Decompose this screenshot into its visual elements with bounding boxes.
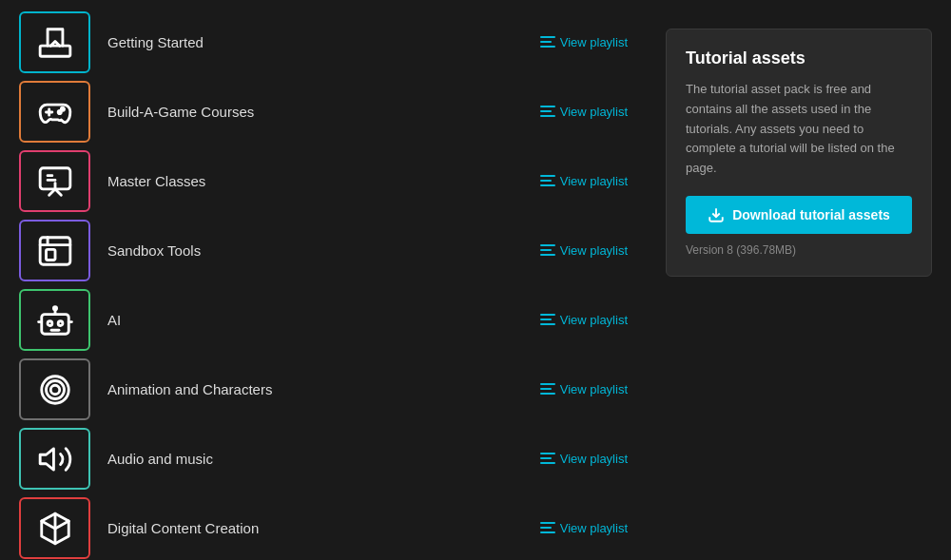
svg-rect-33 [540,457,552,459]
svg-rect-17 [540,254,555,256]
svg-rect-12 [540,184,555,186]
svg-rect-11 [540,180,552,182]
version-text: Version 8 (396.78MB) [686,243,912,257]
view-playlist-build-a-game[interactable]: View playlist [540,105,628,119]
playlist-icon [540,383,555,396]
svg-rect-29 [540,388,552,390]
svg-rect-37 [540,531,555,533]
playlist-icon [540,522,555,535]
course-item-animation-characters[interactable]: Animation and Characters View playlist [0,355,647,424]
svg-rect-36 [540,527,552,529]
tutorial-assets-title: Tutorial assets [686,48,912,68]
svg-rect-1 [540,36,555,38]
playlist-icon [540,106,555,119]
view-playlist-master-classes[interactable]: View playlist [540,174,628,188]
course-name-getting-started: Getting Started [107,34,540,50]
download-button[interactable]: Download tutorial assets [686,196,912,234]
download-icon [708,206,725,223]
view-playlist-audio-music[interactable]: View playlist [540,452,628,466]
course-item-audio-music[interactable]: Audio and music View playlist [0,424,647,493]
svg-point-27 [50,385,60,395]
course-name-master-classes: Master Classes [107,173,540,189]
svg-point-19 [48,320,52,325]
tutorial-assets-card: Tutorial assets The tutorial asset pack … [666,29,932,277]
playlist-icon [540,314,555,327]
svg-rect-16 [540,249,552,251]
svg-rect-8 [540,115,555,117]
svg-point-20 [58,320,63,325]
view-playlist-sandbox-tools[interactable]: View playlist [540,243,628,258]
svg-rect-7 [540,110,552,112]
svg-rect-15 [540,244,555,246]
course-icon-master-classes [19,150,90,212]
course-name-ai: AI [107,312,540,328]
course-icon-getting-started [19,11,90,73]
svg-rect-2 [540,41,552,43]
svg-point-5 [61,107,64,110]
tutorial-assets-description: The tutorial asset pack is free and cont… [686,80,912,179]
svg-point-21 [53,306,56,309]
course-item-sandbox-tools[interactable]: Sandbox Tools View playlist [0,216,647,285]
svg-rect-35 [540,522,555,524]
svg-rect-23 [540,319,552,320]
playlist-icon [540,175,555,188]
course-icon-ai [19,289,90,351]
svg-rect-32 [540,453,555,454]
view-playlist-digital-content[interactable]: View playlist [540,521,628,535]
course-item-digital-content[interactable]: Digital Content Creation View playlist [0,493,647,560]
svg-rect-28 [540,383,555,385]
view-playlist-ai[interactable]: View playlist [540,313,628,327]
svg-rect-0 [40,46,70,56]
course-name-digital-content: Digital Content Creation [107,520,540,536]
right-panel: Tutorial assets The tutorial asset pack … [647,0,951,560]
svg-rect-34 [540,462,555,464]
course-item-getting-started[interactable]: Getting Started View playlist [0,8,647,77]
playlist-icon [540,453,555,466]
course-icon-audio-music [19,428,90,490]
course-icon-sandbox-tools [19,220,90,281]
view-playlist-getting-started[interactable]: View playlist [540,35,628,49]
course-list: Getting Started View playlist Build-A-Ga… [0,0,647,560]
course-name-audio-music: Audio and music [107,451,540,467]
svg-rect-3 [540,46,555,48]
svg-rect-22 [540,314,555,316]
course-item-build-a-game[interactable]: Build-A-Game Courses View playlist [0,77,647,146]
course-name-animation-characters: Animation and Characters [107,381,540,397]
course-icon-build-a-game [19,81,90,143]
svg-rect-6 [540,106,555,107]
svg-marker-31 [40,448,53,469]
playlist-icon [540,244,555,258]
course-name-sandbox-tools: Sandbox Tools [107,242,540,259]
svg-rect-10 [540,175,555,177]
svg-point-26 [46,380,64,398]
view-playlist-animation-characters[interactable]: View playlist [540,382,628,396]
course-item-master-classes[interactable]: Master Classes View playlist [0,146,647,216]
course-name-build-a-game: Build-A-Game Courses [107,104,540,120]
svg-rect-30 [540,393,555,395]
course-item-ai[interactable]: AI View playlist [0,285,647,355]
playlist-icon [540,36,555,49]
svg-rect-24 [540,323,555,325]
course-icon-digital-content [19,497,90,559]
svg-rect-14 [46,249,55,260]
course-icon-animation-characters [19,358,90,420]
